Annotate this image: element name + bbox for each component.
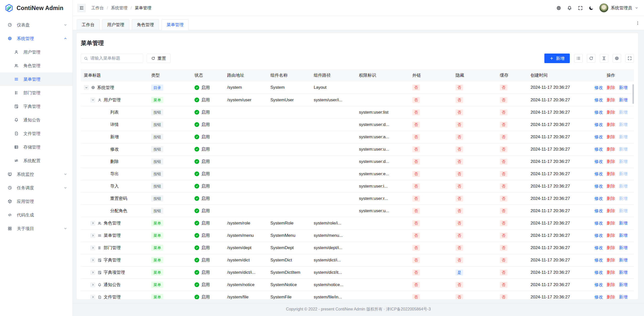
expand-toggle[interactable] xyxy=(90,282,95,287)
delete-link[interactable]: 删除 xyxy=(607,85,615,91)
delete-link[interactable]: 删除 xyxy=(607,294,615,299)
row-add-link[interactable]: 新增 xyxy=(619,233,628,238)
breadcrumb-item[interactable]: 系统管理 xyxy=(111,5,128,11)
sidebar-item-file-management[interactable]: 文件管理 xyxy=(0,127,72,140)
delete-link[interactable]: 删除 xyxy=(607,282,615,288)
sidebar-item-dict-management[interactable]: 字典管理 xyxy=(0,100,72,113)
row-add-link[interactable]: 新增 xyxy=(619,97,628,103)
edit-link[interactable]: 修改 xyxy=(594,257,603,263)
expand-toggle[interactable] xyxy=(90,295,95,299)
delete-link[interactable]: 删除 xyxy=(607,208,615,214)
sidebar-item-about-project[interactable]: 关于项目 xyxy=(0,222,72,235)
sidebar-item-app-management[interactable]: 应用管理 xyxy=(0,195,72,208)
notification-button[interactable] xyxy=(567,6,572,11)
delete-link[interactable]: 删除 xyxy=(607,109,615,115)
row-add-link[interactable]: 新增 xyxy=(619,220,628,226)
expand-toggle[interactable] xyxy=(90,221,95,226)
type-badge: 菜单 xyxy=(151,245,163,251)
edit-link[interactable]: 修改 xyxy=(594,134,603,140)
refresh-button[interactable] xyxy=(587,54,595,63)
created-time: 2024-11-17 20:36:27 xyxy=(528,168,588,180)
created-time: 2024-11-17 20:36:27 xyxy=(528,242,588,254)
edit-link[interactable]: 修改 xyxy=(594,183,603,189)
edit-link[interactable]: 修改 xyxy=(594,208,603,214)
theme-button[interactable] xyxy=(589,6,594,11)
expand-toggle[interactable] xyxy=(90,233,95,238)
sidebar-item-storage-management[interactable]: 存储管理 xyxy=(0,140,72,154)
tab-role-management[interactable]: 角色管理 xyxy=(132,19,159,30)
row-add-link[interactable]: 新增 xyxy=(619,269,628,275)
row-add-link[interactable]: 新增 xyxy=(619,245,628,251)
sidebar-item-role-management[interactable]: 角色管理 xyxy=(0,59,72,72)
delete-link[interactable]: 删除 xyxy=(607,146,615,152)
delete-link[interactable]: 删除 xyxy=(607,269,615,275)
component-path: system/menu... xyxy=(311,229,356,242)
tab-menu-management[interactable]: 菜单管理 xyxy=(162,19,189,30)
delete-link[interactable]: 删除 xyxy=(607,122,615,127)
sidebar-item-dashboard[interactable]: 仪表盘 xyxy=(0,18,72,32)
delete-link[interactable]: 删除 xyxy=(607,245,615,251)
sidebar-item-dept-management[interactable]: 部门管理 xyxy=(0,86,72,100)
column-settings-button[interactable] xyxy=(613,54,621,63)
row-add-link[interactable]: 新增 xyxy=(619,282,628,288)
delete-link[interactable]: 删除 xyxy=(607,183,615,189)
edit-link[interactable]: 修改 xyxy=(594,196,603,201)
component-name: SystemUser xyxy=(267,94,311,106)
add-button[interactable]: 新增 xyxy=(544,54,570,63)
tab-workbench[interactable]: 工作台 xyxy=(77,19,100,30)
delete-link[interactable]: 删除 xyxy=(607,257,615,263)
sidebar-item-system-monitor[interactable]: 系统监控 xyxy=(0,167,72,181)
edit-link[interactable]: 修改 xyxy=(594,122,603,127)
list-view-button[interactable] xyxy=(574,54,583,63)
expand-toggle[interactable] xyxy=(90,98,95,103)
delete-link[interactable]: 删除 xyxy=(607,159,615,164)
table-scrollbar-thumb[interactable] xyxy=(632,84,634,104)
reset-button[interactable]: 重置 xyxy=(147,54,171,63)
sidebar-item-system-config[interactable]: 系统配置 xyxy=(0,154,72,167)
table-row: 系统管理目录启用/systemSystemLayout否否否2024-11-17… xyxy=(81,81,634,94)
tab-more-button[interactable] xyxy=(634,19,641,27)
row-add-link[interactable]: 新增 xyxy=(619,85,628,91)
table-fullscreen-button[interactable] xyxy=(625,54,634,63)
edit-link[interactable]: 修改 xyxy=(594,233,603,238)
sidebar-item-user-management[interactable]: 用户管理 xyxy=(0,45,72,59)
edit-link[interactable]: 修改 xyxy=(594,269,603,275)
sidebar-item-menu-management[interactable]: 菜单管理 xyxy=(0,72,72,86)
sidebar-item-notice[interactable]: 通知公告 xyxy=(0,113,72,127)
expand-toggle[interactable] xyxy=(90,270,95,275)
edit-link[interactable]: 修改 xyxy=(594,97,603,103)
edit-link[interactable]: 修改 xyxy=(594,220,603,226)
search-input[interactable] xyxy=(90,56,140,61)
created-time: 2024-11-17 20:36:27 xyxy=(528,279,588,291)
edit-link[interactable]: 修改 xyxy=(594,85,603,91)
settings-button[interactable] xyxy=(556,6,561,11)
expand-toggle[interactable] xyxy=(90,245,95,250)
delete-link[interactable]: 删除 xyxy=(607,134,615,140)
delete-link[interactable]: 删除 xyxy=(607,97,615,103)
edit-link[interactable]: 修改 xyxy=(594,245,603,251)
expand-toggle[interactable] xyxy=(90,258,95,263)
edit-link[interactable]: 修改 xyxy=(594,109,603,115)
delete-link[interactable]: 删除 xyxy=(607,171,615,177)
edit-link[interactable]: 修改 xyxy=(594,294,603,299)
row-add-link[interactable]: 新增 xyxy=(619,257,628,263)
delete-link[interactable]: 删除 xyxy=(607,220,615,226)
delete-link[interactable]: 删除 xyxy=(607,196,615,201)
expand-toggle[interactable] xyxy=(84,85,89,90)
edit-link[interactable]: 修改 xyxy=(594,159,603,164)
edit-link[interactable]: 修改 xyxy=(594,146,603,152)
delete-link[interactable]: 删除 xyxy=(607,233,615,238)
fullscreen-button[interactable] xyxy=(578,6,583,11)
sidebar-item-code-generation[interactable]: 代码生成 xyxy=(0,208,72,222)
row-add-link[interactable]: 新增 xyxy=(619,294,628,299)
row-height-button[interactable] xyxy=(600,54,608,63)
sidebar-item-system-management[interactable]: 系统管理 xyxy=(0,32,72,45)
breadcrumb-item[interactable]: 工作台 xyxy=(91,5,104,11)
type-badge: 按钮 xyxy=(151,195,163,202)
tab-user-management[interactable]: 用户管理 xyxy=(102,19,129,30)
sidebar-collapse-button[interactable] xyxy=(77,4,86,12)
sidebar-item-task-schedule[interactable]: 任务调度 xyxy=(0,181,72,195)
user-menu[interactable]: 系统管理员 xyxy=(599,4,638,12)
edit-link[interactable]: 修改 xyxy=(594,282,603,288)
edit-link[interactable]: 修改 xyxy=(594,171,603,177)
